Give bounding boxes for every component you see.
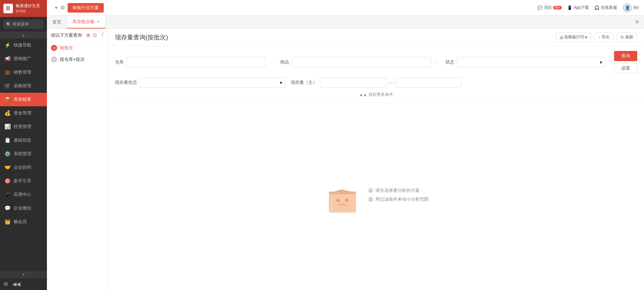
- topbar-gear-icon[interactable]: ⚙: [60, 4, 65, 11]
- trial-button[interactable]: 体验行业方案: [68, 3, 104, 13]
- export-icon: ↑: [598, 35, 600, 40]
- stock-qty-label: 现存量（主）: [291, 79, 317, 86]
- scheme-icon-red: ⊙: [51, 45, 57, 51]
- tab-inventory-batch[interactable]: 库存批次账 ✕: [67, 16, 106, 29]
- empty-svg: [324, 179, 361, 217]
- export-button[interactable]: ↑ 导出: [594, 33, 613, 42]
- stock-qty-filter-group: 现存量（主） —: [291, 77, 461, 88]
- sidebar-item-label: 采购管理: [14, 83, 31, 89]
- add-scheme-button[interactable]: ⊕: [86, 32, 90, 38]
- collapse-sidebar-icon[interactable]: ◀◀: [12, 281, 20, 287]
- sidebar-item-member[interactable]: 👑 畅会员: [0, 215, 47, 229]
- online-support-action[interactable]: 🎧 在线客服: [594, 5, 617, 11]
- stock-qty-min-input[interactable]: [320, 77, 386, 88]
- quick-nav-icon: ⚡: [4, 42, 11, 49]
- left-panel-title: 按以下方案查询: [51, 32, 82, 38]
- sidebar-item-inventory[interactable]: 📦 库存核算: [0, 93, 47, 106]
- stock-status-select[interactable]: ▾: [140, 77, 285, 88]
- sidebar-item-basic[interactable]: 📋 基础信息: [0, 133, 47, 147]
- warehouse-input[interactable]: [126, 57, 266, 67]
- scheme-settings-icon[interactable]: ⊙: [92, 32, 97, 38]
- tab-home[interactable]: 首页: [47, 16, 67, 29]
- sidebar-item-wechat[interactable]: 💬 企业微信: [0, 201, 47, 215]
- avatar-icon: 👤: [625, 5, 630, 10]
- sidebar-item-marketing[interactable]: 📢 营销推广: [0, 52, 47, 66]
- app-edition: 标准版: [16, 9, 40, 14]
- message-label: 消息: [544, 5, 552, 11]
- sidebar-scroll-up[interactable]: ▲: [0, 32, 47, 38]
- product-input[interactable]: [292, 57, 431, 67]
- tab-home-label: 首页: [52, 19, 61, 25]
- sidebar-footer: ⚙ ◀◀: [0, 278, 47, 290]
- tab-close-icon[interactable]: ✕: [97, 19, 100, 24]
- product-more-button[interactable]: ···: [434, 60, 440, 65]
- status-label: 状态: [445, 59, 454, 65]
- scheme-icon-gray: ⊙: [51, 56, 57, 62]
- sidebar-item-enterprise[interactable]: 🤝 企业协同: [0, 161, 47, 174]
- warehouse-more-button[interactable]: ···: [269, 60, 275, 65]
- sidebar-item-quick-nav[interactable]: ⚡ 快捷导航: [0, 38, 47, 52]
- inventory-icon: 📦: [4, 96, 11, 103]
- headset-icon: 🎧: [594, 5, 599, 10]
- filter-area: 仓库 ··· 商品 ··· 状态 ▾: [108, 46, 644, 103]
- collapse-conditions-button[interactable]: ▲▲ 收起更多条件: [115, 92, 637, 97]
- message-action[interactable]: 💬 消息 99+: [537, 5, 562, 11]
- print-button[interactable]: 🖨 按模板打印 ▾: [556, 33, 591, 42]
- sidebar-nav: ⚡ 快捷导航 📢 营销推广 💼 销售管理 🛒 采购管理 📦 库存核算 💰: [0, 38, 47, 271]
- query-button[interactable]: 查询: [614, 51, 637, 61]
- warehouse-filter-group: 仓库 ···: [115, 57, 275, 67]
- svg-rect-3: [329, 192, 356, 194]
- user-profile[interactable]: 👤 Rit: [623, 3, 639, 13]
- sidebar-item-label: 销售管理: [14, 69, 31, 75]
- panel-close-button[interactable]: ✕: [630, 19, 644, 25]
- operations-icon: 📊: [4, 123, 11, 130]
- app-download-action[interactable]: 📱 App下载: [567, 5, 589, 11]
- search-menu-button[interactable]: 🔍 搜索菜单: [3, 20, 44, 29]
- main-area: ▾ ⚙ 体验行业方案 💬 消息 99+ 📱 App下载 🎧 在线客服 👤: [47, 0, 644, 290]
- sidebar-item-label: 营销推广: [14, 56, 31, 62]
- hint-num-2: 2: [368, 197, 373, 202]
- sidebar-item-label: 库存核算: [14, 96, 31, 103]
- stock-status-arrow: ▾: [280, 80, 282, 85]
- basic-icon: 📋: [4, 137, 11, 144]
- sidebar-item-newbie[interactable]: 🎯 新手引导: [0, 174, 47, 188]
- sidebar: B 畅康通好生意 标准版 🔍 搜索菜单 ▲ ⚡ 快捷导航 📢 营销推广 💼 销售…: [0, 0, 47, 290]
- stock-qty-max-input[interactable]: [395, 77, 461, 88]
- sidebar-item-sales[interactable]: 💼 销售管理: [0, 66, 47, 79]
- status-select[interactable]: ▾: [457, 57, 605, 67]
- empty-hints: 1 请先选择要分析的方案 2 用过滤条件来缩小分析范围: [368, 187, 428, 205]
- left-panel-actions: ⊕ ⊙ 《: [86, 32, 104, 38]
- settings-icon[interactable]: ⚙: [3, 281, 8, 287]
- sidebar-scroll-down[interactable]: ▼: [0, 271, 47, 278]
- topbar-left: ▾ ⚙ 体验行业方案: [52, 3, 533, 13]
- sidebar-item-purchase[interactable]: 🛒 采购管理: [0, 79, 47, 93]
- refresh-icon: ↻: [621, 35, 624, 40]
- refresh-button[interactable]: ↻ 刷新: [617, 33, 637, 42]
- phone-icon: 📱: [567, 5, 572, 10]
- app-info: 畅康通好生意 标准版: [16, 3, 40, 14]
- sidebar-item-label: 基础信息: [14, 137, 31, 143]
- sidebar-item-label: 畅会员: [14, 219, 27, 225]
- online-support-label: 在线客服: [601, 5, 617, 11]
- sidebar-item-system[interactable]: ⚙️ 系统管理: [0, 147, 47, 161]
- sidebar-item-apps[interactable]: 📱 应用中心: [0, 188, 47, 201]
- panel-collapse-icon[interactable]: 《: [99, 32, 104, 38]
- status-select-arrow: ▾: [600, 60, 602, 65]
- tabbar: 首页 库存批次账 ✕ ✕: [47, 16, 644, 29]
- scheme-item-by-batch[interactable]: ⊙ 按批次: [47, 42, 108, 54]
- sidebar-item-finance[interactable]: 💰 资金管理: [0, 106, 47, 120]
- breadcrumb-dropdown-icon[interactable]: ▾: [55, 5, 57, 10]
- filter-row-1: 仓库 ··· 商品 ··· 状态 ▾: [115, 51, 637, 73]
- purchase-icon: 🛒: [4, 83, 11, 89]
- print-dropdown-icon: ▾: [585, 35, 587, 40]
- sidebar-item-operations[interactable]: 📊 经营管理: [0, 120, 47, 133]
- sidebar-item-label: 经营管理: [14, 124, 31, 130]
- product-label: 商品: [280, 59, 289, 65]
- set-button[interactable]: 设置: [614, 63, 637, 73]
- app-name: 畅康通好生意: [16, 3, 40, 9]
- username-label: Rit: [633, 5, 639, 10]
- content-area: 按以下方案查询 ⊕ ⊙ 《 ⊙ 按批次 ⊙ 按仓库+批次 现存量查询(按批次): [47, 29, 644, 290]
- sidebar-item-label: 应用中心: [14, 192, 31, 198]
- scheme-item-by-warehouse-batch[interactable]: ⊙ 按仓库+批次: [47, 54, 108, 65]
- sidebar-nav-wrapper: ▲ ⚡ 快捷导航 📢 营销推广 💼 销售管理 🛒 采购管理 📦 库存核算: [0, 32, 47, 278]
